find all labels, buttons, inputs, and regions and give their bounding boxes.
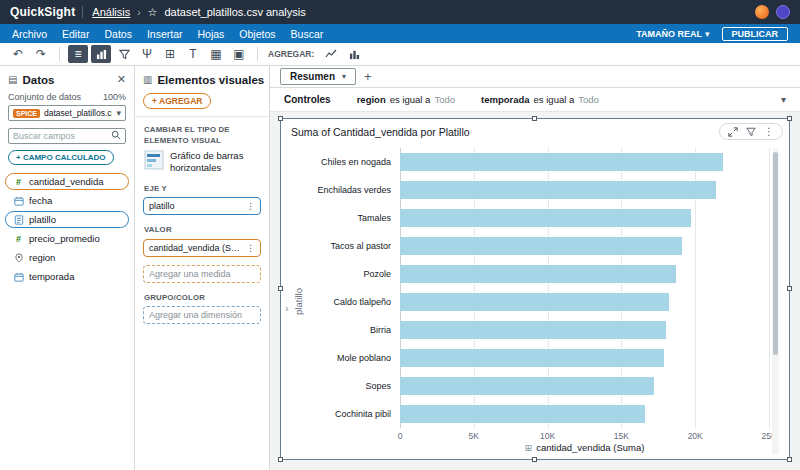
valor-label: VALOR [135,223,269,239]
category-label: Pozole [305,269,400,279]
topbar: QuickSight Análisis › ☆ dataset_platillo… [0,0,800,24]
maximize-icon[interactable] [728,127,738,137]
field-platillo[interactable]: platillo [5,211,129,228]
sheet-tabstrip: Resumen ▾ + [270,66,800,88]
add-sheet-button[interactable]: + [364,69,372,84]
valor-add-well[interactable]: Agregar una medida [143,265,261,283]
bar-row: Birria [305,316,769,344]
resize-handle[interactable] [278,116,283,121]
field-fecha[interactable]: fecha [5,192,129,209]
grupo-color-add-well[interactable]: Agregar una dimensión [143,306,261,324]
resize-handle[interactable] [787,286,792,291]
bar[interactable] [400,265,676,282]
plot-area: Chiles en nogadaEnchiladas verdesTamales… [305,148,769,428]
axis-collapse-icon[interactable]: › [285,302,289,314]
resize-handle[interactable] [787,116,792,121]
kebab-menu-icon[interactable]: ⋮ [246,201,255,211]
menu-insertar[interactable]: Insertar [147,28,183,40]
table-icon[interactable]: ▦ [206,45,226,63]
resize-handle[interactable] [787,457,792,462]
control-region[interactable]: region es igual a Todo [357,94,455,105]
profile-icon[interactable] [776,5,790,19]
bar[interactable] [400,377,654,394]
bar[interactable] [400,349,664,366]
undo-icon[interactable]: ↶ [8,45,28,63]
resize-handle[interactable] [278,457,283,462]
field-region[interactable]: region [5,249,129,266]
add-line-chart-icon[interactable] [321,45,341,63]
resize-handle[interactable] [532,116,537,121]
redo-icon[interactable]: ↷ [31,45,51,63]
collapse-controls-icon[interactable]: ▾ [781,94,786,105]
control-temporada[interactable]: temporada es igual a Todo [481,94,599,105]
well-field-label: cantidad_vendida (Suma) [149,243,242,253]
themes-icon[interactable]: ▣ [229,45,249,63]
eje-y-well[interactable]: platillo ⋮ [143,197,261,215]
menu-datos[interactable]: Datos [104,28,131,40]
well-placeholder: Agregar una dimensión [149,310,242,320]
menu-hojas[interactable]: Hojas [198,28,225,40]
visuales-panel-title: Elementos visuales [157,74,264,86]
toolbar-divider [59,47,60,61]
data-pane-toggle-icon[interactable]: ≡ [68,45,88,63]
field-cantidad-vendida[interactable]: # cantidad_vendida [5,173,129,190]
parameters-icon[interactable]: Ψ [137,45,157,63]
visual-title[interactable]: Suma of Cantidad_vendida por Platillo [291,126,779,138]
favorite-star-icon[interactable]: ☆ [148,6,158,19]
visuals-pane-toggle-icon[interactable] [91,45,111,63]
search-input[interactable] [13,131,111,141]
filter-icon[interactable] [114,45,134,63]
nav-analysis[interactable]: Análisis [82,6,130,18]
bar-track [400,377,769,394]
resize-handle[interactable] [278,286,283,291]
kebab-menu-icon[interactable]: ⋮ [246,243,255,253]
date-field-icon [13,272,24,282]
bar[interactable] [400,321,666,338]
close-icon[interactable]: ✕ [117,73,126,86]
bar[interactable] [400,181,716,198]
menu-objetos[interactable]: Objetos [239,28,275,40]
text-icon[interactable]: T [183,45,203,63]
field-label: temporada [29,271,74,282]
add-visual-button[interactable]: + AGREGAR [143,93,211,109]
scrollbar-thumb[interactable] [773,152,778,355]
bar[interactable] [400,209,691,226]
filter-icon[interactable] [746,127,756,137]
menu-archivo[interactable]: Archivo [12,28,47,40]
calculated-field-button[interactable]: + CAMPO CALCULADO [8,150,114,165]
bar[interactable] [400,237,682,254]
quicksight-logo-icon[interactable] [755,5,769,19]
bar-track [400,265,769,282]
publish-button[interactable]: PUBLICAR [722,27,789,41]
menu-editar[interactable]: Editar [62,28,89,40]
valor-well[interactable]: cantidad_vendida (Suma) ⋮ [143,239,261,257]
category-label: Chiles en nogada [305,157,400,167]
chart-area: › platillo Chiles en nogadaEnchiladas ve… [291,148,779,455]
x-tick-label: 10K [540,431,555,441]
bar[interactable] [400,293,669,310]
resize-handle[interactable] [532,457,537,462]
quicksight-brand[interactable]: QuickSight [10,5,75,19]
field-precio-promedio[interactable]: # precio_promedio [5,230,129,247]
actions-icon[interactable]: ⊞ [160,45,180,63]
zoom-level-dropdown[interactable]: TAMAÑO REAL ▾ [636,29,709,39]
kebab-menu-icon[interactable]: ⋮ [764,126,774,137]
visual-type-selector[interactable]: Gráfico de barras horizontales [135,149,269,182]
chart-scrollbar[interactable] [772,148,779,455]
search-icon[interactable] [111,130,121,142]
add-bar-chart-icon[interactable] [344,45,364,63]
breadcrumb-separator: › [137,7,140,18]
sheet-canvas: Suma of Cantidad_vendida por Platillo ⋮ … [270,112,800,470]
menu-buscar[interactable]: Buscar [291,28,324,40]
field-temporada[interactable]: temporada [5,268,129,285]
bar[interactable] [400,405,645,422]
bar-track [400,153,769,170]
divider [135,116,269,117]
dataset-selector[interactable]: SPICE dataset_platillos.csv ▾ [8,105,126,121]
bar-row: Tacos al pastor [305,232,769,260]
bar-chart-visual[interactable]: Suma of Cantidad_vendida por Platillo ⋮ … [280,118,790,460]
tab-resumen[interactable]: Resumen ▾ [280,68,356,85]
bar[interactable] [400,153,723,170]
datos-panel: ▤ Datos ✕ Conjunto de datos 100% SPICE d… [0,66,135,470]
bar-track [400,181,769,198]
